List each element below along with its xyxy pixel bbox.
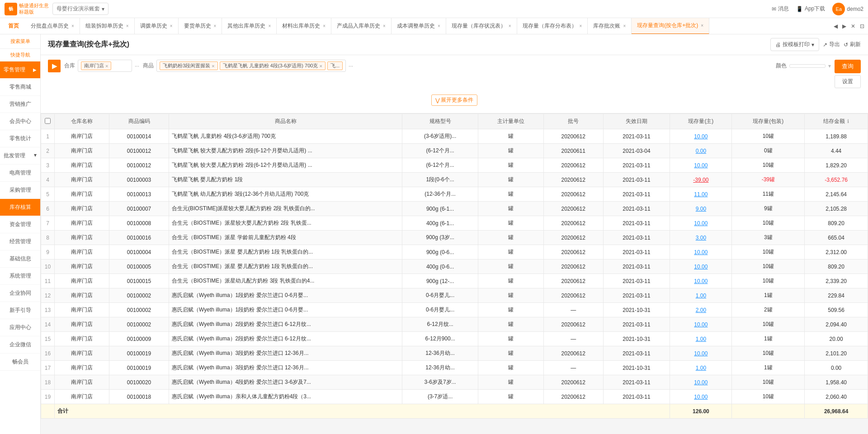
close-icon[interactable]: × [170, 24, 173, 28]
sidebar-item-电商管理[interactable]: 电商管理 [0, 165, 40, 182]
refresh-button[interactable]: ↺ 刷新 [844, 41, 861, 48]
close-icon[interactable]: × [580, 24, 582, 28]
sidebar-item-系统管理[interactable]: 系统管理 [0, 268, 40, 285]
sidebar-item-企业协同[interactable]: 企业协同 [0, 285, 40, 302]
cell-qty-main[interactable]: 10.00 [670, 216, 732, 231]
cell-qty-main[interactable]: 10.00 [670, 375, 732, 390]
cell-qty-main[interactable]: -39.00 [670, 173, 732, 187]
cell-warehouse: 南岸门店 [55, 390, 109, 404]
tab-库存状况[interactable]: 现存量（库存状况表） × [446, 18, 517, 34]
select-all-checkbox[interactable] [45, 118, 51, 124]
product-tag-container[interactable]: 飞鹤奶粉3段闲置握装 × 飞鹤星飞帆 儿童奶粉 4段(3-6岁适用) 700克 … [156, 60, 346, 72]
close-icon[interactable]: × [268, 24, 271, 28]
export-button[interactable]: ↗ 导出 [823, 41, 840, 48]
cell-qty-main[interactable]: 10.00 [670, 245, 732, 259]
close-icon[interactable]: × [126, 24, 129, 28]
sidebar-item-经营管理[interactable]: 经营管理 [0, 233, 40, 250]
cell-qty-main[interactable]: 10.00 [670, 259, 732, 274]
close-icon-active[interactable]: × [701, 23, 703, 28]
sidebar-item-零售统计[interactable]: 零售统计 [0, 130, 40, 147]
sidebar-item-应用中心[interactable]: 应用中心 [0, 319, 40, 336]
sidebar-item-采购管理[interactable]: 采购管理 [0, 182, 40, 199]
sidebar-item-库存核算[interactable]: 库存核算 [0, 199, 40, 216]
cell-qty-main[interactable]: 1.00 [670, 332, 732, 346]
app-download-button[interactable]: 📱 App下载 [796, 5, 825, 13]
cell-qty-main[interactable]: 10.00 [670, 274, 732, 288]
cell-qty-main[interactable]: 10.00 [670, 129, 732, 144]
tab-材料出库[interactable]: 材料出库单历史 × [277, 18, 331, 34]
cell-num: 2 [41, 144, 55, 158]
color-chevron-icon[interactable]: ▾ [828, 63, 831, 69]
expand-more-button[interactable]: ⋁ 展开更多条件 [431, 94, 477, 106]
sidebar-search[interactable]: 搜索菜单 [0, 34, 40, 49]
table-total-row: 合计 126.00 26,968.64 [41, 404, 868, 419]
sidebar-item-企业微信[interactable]: 企业微信 [0, 336, 40, 354]
tab-调拨单[interactable]: 调拨单历史 × [135, 18, 179, 34]
sidebar-item-零售管理[interactable]: 零售管理 ▶ [0, 61, 40, 79]
close-icon[interactable]: × [438, 24, 440, 28]
close-icon[interactable]: × [509, 24, 511, 28]
product-tag-2-close[interactable]: × [319, 63, 322, 69]
cell-expire: 2021-03-11 [603, 129, 670, 144]
tab-组装拆卸[interactable]: 组装拆卸单历史 × [80, 18, 135, 34]
warehouse-tag-container[interactable]: 南岸门店 × [78, 60, 132, 72]
cell-qty-main[interactable]: 10.00 [670, 317, 732, 332]
warehouse-more[interactable]: ··· [135, 63, 139, 69]
tab-库存分布[interactable]: 现存量（库存分布表） × [517, 18, 588, 34]
settings-button[interactable]: 设置 [835, 75, 861, 88]
total-amount: 26,968.64 [805, 404, 868, 419]
cell-name: 合生元(BIOSTIME)派星较大婴儿配方奶粉 2段 乳铁蛋白的... [169, 202, 402, 216]
cell-qty-main[interactable]: 10.00 [670, 346, 732, 361]
user-area[interactable]: Ea demo2 [832, 3, 863, 15]
tab-prev[interactable]: ◀ [832, 22, 840, 30]
cell-qty-main[interactable]: 0.00 [670, 144, 732, 158]
cell-qty-main[interactable]: 1.00 [670, 361, 732, 375]
tab-其他出库[interactable]: 其他出库单历史 × [222, 18, 277, 34]
tab-分批盘点[interactable]: 分批盘点单历史 × [25, 18, 80, 34]
close-icon[interactable]: × [214, 24, 217, 28]
tab-close-all[interactable]: ✕ [849, 22, 857, 30]
sidebar-item-营销推广[interactable]: 营销推广 [0, 96, 40, 113]
sidebar-item-基础信息[interactable]: 基础信息 [0, 250, 40, 268]
industry-selector[interactable]: 母婴行业演示账套 ▾ [52, 3, 108, 15]
cell-qty-main[interactable]: 11.00 [670, 187, 732, 202]
sidebar-item-资金管理[interactable]: 资金管理 [0, 216, 40, 233]
cell-name: 飞鹤星飞帆 儿童奶粉 4段(3-6岁适用) 700克 [169, 129, 402, 144]
cell-qty-main[interactable]: 3.00 [670, 231, 732, 245]
sidebar-quick-nav[interactable]: 快捷导航 [0, 49, 40, 61]
close-icon[interactable]: × [623, 24, 626, 28]
tab-menu[interactable]: ⊡ [858, 22, 866, 30]
warehouse-tag-close[interactable]: × [105, 63, 108, 69]
query-button[interactable]: 查询 [835, 60, 861, 73]
cell-qty-main[interactable]: 1.00 [670, 288, 732, 303]
cell-qty-main[interactable]: 10.00 [670, 158, 732, 173]
cell-qty-main[interactable]: 2.00 [670, 303, 732, 317]
cell-unit: 罐 [478, 144, 543, 158]
table-row: 12南岸门店00100002惠氏启赋（Wyeth illuma）1段奶粉 爱尔兰… [41, 288, 868, 303]
info-icon[interactable]: ℹ [847, 118, 849, 124]
tab-current[interactable]: 现存量查询(按仓库+批次) × [632, 18, 709, 34]
template-print-button[interactable]: 🖨 按模板打印 ▾ [770, 38, 819, 51]
tab-next[interactable]: ▶ [840, 22, 848, 30]
tab-成本调整[interactable]: 成本调整单历史 × [392, 18, 446, 34]
cell-qty-main[interactable]: 10.00 [670, 390, 732, 404]
close-icon[interactable]: × [383, 24, 386, 28]
color-tag-container[interactable] [789, 64, 826, 68]
sidebar-item-会员中心[interactable]: 会员中心 [0, 113, 40, 130]
sidebar-item-畅会员[interactable]: 畅会员 [0, 354, 40, 371]
close-icon[interactable]: × [323, 24, 326, 28]
tab-产成品入库[interactable]: 产成品入库单历史 × [331, 18, 392, 34]
sidebar-item-批发管理[interactable]: 批发管理 ▾ [0, 147, 40, 165]
sidebar-item-零售商城[interactable]: 零售商城 [0, 79, 40, 96]
tab-要货单[interactable]: 要货单历史 × [179, 18, 222, 34]
product-more[interactable]: ··· [349, 63, 353, 69]
close-icon[interactable]: × [71, 24, 74, 28]
message-button[interactable]: ✉ 消息 [772, 5, 789, 13]
product-tag-1-close[interactable]: × [212, 63, 214, 69]
tab-home[interactable]: 首页 [2, 18, 25, 34]
filter-expand-arrow[interactable]: ▶ [48, 60, 61, 72]
tab-库存批次账[interactable]: 库存批次账 × [588, 18, 632, 34]
sidebar-item-新手引导[interactable]: 新手引导 [0, 302, 40, 319]
cell-qty-main[interactable]: 9.00 [670, 202, 732, 216]
th-checkbox[interactable] [41, 114, 55, 129]
